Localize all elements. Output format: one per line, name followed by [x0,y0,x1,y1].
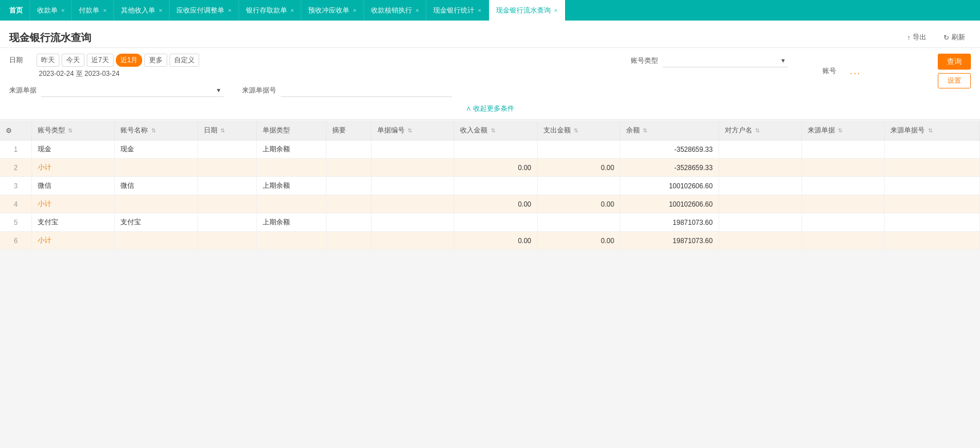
cell-account-name: 现金 [115,140,197,159]
nav-item-ar-ap-adjust[interactable]: 应收应付调整单 × [170,0,239,21]
col-account-type[interactable]: 账号类型 ⇅ [32,121,115,140]
cell-doc-no [372,177,454,195]
date-btn-7days[interactable]: 近7天 [87,54,114,67]
cell-expense [537,140,620,159]
export-button[interactable]: ↑ 导出 [901,30,932,45]
source-doc-num-input[interactable] [281,83,452,97]
nav-label-cash-stat: 现金银行统计 [433,6,474,15]
cell-doc-type [256,195,326,213]
cell-income [454,140,537,159]
date-btn-more[interactable]: 更多 [144,54,167,67]
close-icon-cash-flow[interactable]: × [554,7,558,14]
cell-account-name [115,195,197,213]
col-counterparty[interactable]: 对方户名 ⇅ [719,121,801,140]
col-date[interactable]: 日期 ⇅ [197,121,256,140]
cell-balance: -3528659.33 [620,159,719,177]
nav-label-payment: 付款单 [79,6,99,15]
cell-income: 0.00 [454,232,537,250]
close-icon-receipt[interactable]: × [61,7,64,14]
cell-counterparty [719,159,801,177]
nav-label-home: 首页 [9,6,23,15]
col-doc-no[interactable]: 单据编号 ⇅ [372,121,454,140]
sort-icon-source-doc-no: ⇅ [928,127,933,134]
nav-item-cash-stat[interactable]: 现金银行统计 × [426,0,489,21]
cell-account-name [115,159,197,177]
settings-button[interactable]: 设置 [938,73,971,88]
cell-summary [326,213,371,232]
cell-income [454,177,537,195]
cell-counterparty [719,195,801,213]
date-btn-custom[interactable]: 自定义 [170,54,199,67]
date-range: 2023-02-24 至 2023-03-24 [39,69,119,79]
account-type-label: 账号类型 [631,56,658,66]
cell-summary [326,195,371,213]
cell-account-type: 小计 [32,232,115,250]
export-label: 导出 [913,33,926,42]
col-summary: 摘要 [326,121,371,140]
query-button[interactable]: 查询 [938,54,971,70]
cell-date [197,140,256,159]
cell-source-doc-no [885,177,980,195]
nav-item-home[interactable]: 首页 [2,0,30,21]
cell-balance: 100102606.60 [620,195,719,213]
cash-flow-table: ⚙ 账号类型 ⇅ 账号名称 ⇅ 日期 ⇅ 单据类型 摘要 单据编号 ⇅ 收入金额… [0,121,980,250]
refresh-icon: ↻ [943,34,949,42]
date-btn-1month[interactable]: 近1月 [116,54,143,67]
nav-label-bank-deposit: 银行存取款单 [246,6,287,15]
cell-doc-no [372,213,454,232]
cell-account-name [115,232,197,250]
page-header: 现金银行流水查询 ↑ 导出 ↻ 刷新 [0,21,980,48]
cell-counterparty [719,140,801,159]
cell-doc-type: 上期余额 [256,140,326,159]
sort-icon-expense: ⇅ [574,127,578,134]
top-navigation: 首页 收款单 × 付款单 × 其他收入单 × 应收应付调整单 × 银行存取款单 … [0,0,980,21]
close-icon-cash-stat[interactable]: × [478,7,481,14]
collapse-bar[interactable]: ∧ 收起更多条件 [9,102,971,116]
cell-source-doc [802,195,885,213]
nav-item-writeoff[interactable]: 收款核销执行 × [364,0,426,21]
close-icon-prepay-offset[interactable]: × [353,7,356,14]
close-icon-other-income[interactable]: × [159,7,162,14]
col-expense[interactable]: 支出金额 ⇅ [537,121,620,140]
cell-doc-type [256,232,326,250]
date-btn-today[interactable]: 今天 [62,54,84,67]
col-gear[interactable]: ⚙ [0,121,32,140]
close-icon-writeoff[interactable]: × [416,7,419,14]
account-type-select[interactable]: ▾ [663,54,788,67]
col-source-doc[interactable]: 来源单据 ⇅ [802,121,885,140]
close-icon-ar-ap-adjust[interactable]: × [228,7,231,14]
filter-area: 日期 昨天 今天 近7天 近1月 更多 自定义 2023-02-24 至 202… [0,48,980,120]
cell-account-type: 现金 [32,140,115,159]
source-doc-select[interactable]: ▾ [41,83,224,97]
nav-item-other-income[interactable]: 其他收入单 × [114,0,170,21]
cell-summary [326,159,371,177]
date-btn-yesterday[interactable]: 昨天 [37,54,59,67]
nav-item-payment[interactable]: 付款单 × [72,0,114,21]
col-account-name[interactable]: 账号名称 ⇅ [115,121,197,140]
account-dots-button[interactable]: ... [850,66,861,76]
nav-item-receipt[interactable]: 收款单 × [30,0,72,21]
table-row: 1 现金 现金 上期余额 -3528659.33 [0,140,980,159]
page-title: 现金银行流水查询 [9,31,91,45]
cell-source-doc-no [885,159,980,177]
table-row: 2 小计 0.00 0.00 -3528659.33 [0,159,980,177]
date-label: 日期 [9,55,32,65]
cell-num: 6 [0,232,32,250]
nav-item-bank-deposit[interactable]: 银行存取款单 × [239,0,301,21]
col-balance[interactable]: 余额 ⇅ [620,121,719,140]
cell-date [197,213,256,232]
table-row: 5 支付宝 支付宝 上期余额 19871073.60 [0,213,980,232]
nav-item-prepay-offset[interactable]: 预收冲应收单 × [301,0,364,21]
table-header-row: ⚙ 账号类型 ⇅ 账号名称 ⇅ 日期 ⇅ 单据类型 摘要 单据编号 ⇅ 收入金额… [0,121,980,140]
cell-account-type: 微信 [32,177,115,195]
cell-source-doc-no [885,232,980,250]
nav-item-cash-flow[interactable]: 现金银行流水查询 × [489,0,565,21]
cell-income [454,213,537,232]
col-source-doc-no[interactable]: 来源单据号 ⇅ [885,121,980,140]
col-income[interactable]: 收入金额 ⇅ [454,121,537,140]
close-icon-bank-deposit[interactable]: × [291,7,294,14]
cell-doc-no [372,159,454,177]
refresh-button[interactable]: ↻ 刷新 [938,30,971,45]
close-icon-payment[interactable]: × [103,7,106,14]
header-actions: ↑ 导出 ↻ 刷新 [901,30,971,45]
